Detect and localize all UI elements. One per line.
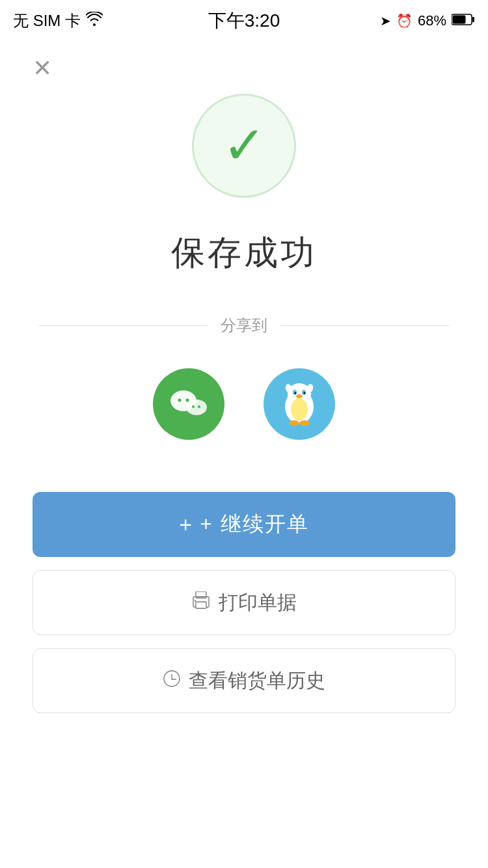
status-bar: 无 SIM 卡 下午3:20 ➤ ⏰ 68% (0, 0, 488, 42)
share-divider: 分享到 (0, 315, 488, 336)
divider-line-right (280, 325, 449, 326)
svg-point-17 (289, 420, 299, 426)
print-button[interactable]: 打印单据 (33, 570, 455, 635)
status-right: ➤ ⏰ 68% (380, 12, 475, 29)
history-button[interactable]: 查看销货单历史 (33, 648, 455, 713)
svg-rect-2 (472, 17, 474, 22)
svg-point-7 (192, 405, 195, 408)
alarm-icon: ⏰ (396, 13, 413, 29)
svg-rect-23 (196, 602, 206, 608)
svg-point-24 (195, 599, 197, 601)
svg-point-15 (296, 394, 303, 398)
svg-point-6 (185, 398, 189, 401)
svg-rect-1 (453, 16, 466, 24)
divider-line-left (39, 325, 208, 326)
svg-point-4 (186, 400, 207, 415)
svg-point-14 (304, 392, 306, 394)
location-icon: ➤ (380, 13, 391, 29)
history-label: 查看销货单历史 (189, 668, 325, 694)
wifi-icon (86, 12, 103, 30)
continue-label: + 继续开单 (200, 510, 309, 539)
qq-icon (280, 382, 319, 426)
sim-status: 无 SIM 卡 (13, 10, 81, 31)
svg-point-16 (291, 398, 308, 420)
print-icon (191, 591, 211, 614)
battery-icon (452, 12, 475, 29)
svg-point-18 (299, 420, 310, 426)
print-label: 打印单据 (219, 590, 297, 616)
status-left: 无 SIM 卡 (13, 10, 103, 31)
success-title: 保存成功 (171, 230, 317, 276)
success-circle: ✓ (192, 94, 296, 198)
main-content: ✓ 保存成功 分享到 (0, 42, 488, 713)
svg-point-5 (178, 398, 181, 401)
action-buttons: + + 继续开单 打印单据 查看销货单历 (0, 492, 488, 713)
wechat-icon (168, 387, 210, 422)
wechat-share-button[interactable] (153, 368, 224, 440)
svg-point-13 (295, 392, 297, 394)
close-icon: ✕ (33, 57, 52, 80)
continue-icon: + (179, 512, 192, 537)
svg-point-8 (198, 405, 200, 408)
qq-share-button[interactable] (264, 368, 335, 440)
share-icons (153, 368, 335, 440)
close-button[interactable]: ✕ (26, 52, 59, 85)
battery-percent: 68% (418, 12, 446, 29)
status-time: 下午3:20 (208, 8, 280, 33)
history-icon (163, 670, 181, 692)
continue-button[interactable]: + + 继续开单 (33, 492, 455, 557)
checkmark-icon: ✓ (223, 120, 266, 172)
share-divider-text: 分享到 (208, 315, 280, 336)
